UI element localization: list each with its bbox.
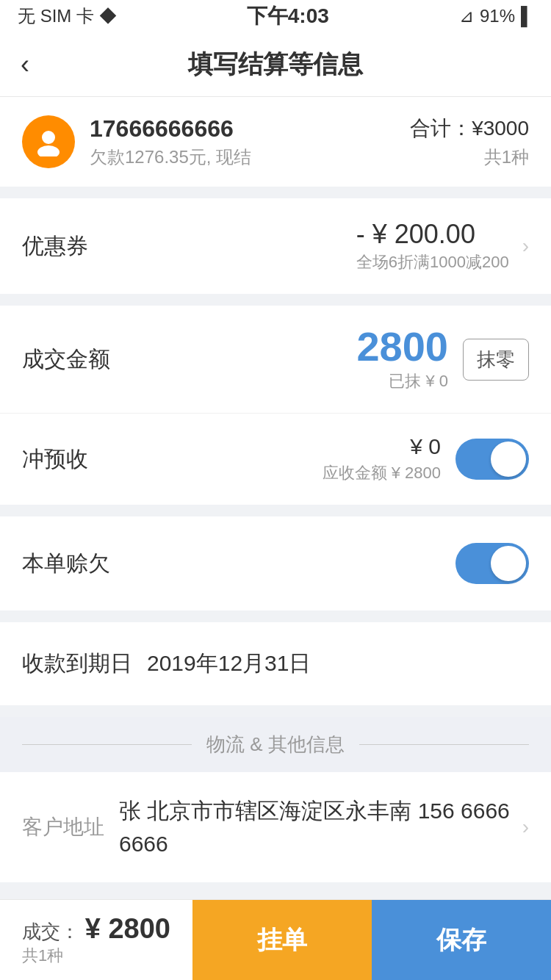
debt-row: 本单赊欠	[0, 516, 551, 610]
header-line-left	[22, 744, 192, 745]
duedate-row: 收款到期日 2019年12月31日	[0, 622, 551, 705]
coupon-row[interactable]: 优惠券 - ¥ 200.00 全场6折满1000减200 ›	[0, 198, 551, 294]
nav-bar: ‹ 填写结算等信息	[0, 32, 551, 97]
debt-toggle[interactable]	[455, 543, 529, 584]
bottom-count: 共1种	[22, 945, 170, 967]
deal-amount: 2800	[356, 326, 448, 367]
pending-order-button[interactable]: 挂单	[192, 900, 372, 981]
prepay-label: 冲预收	[22, 444, 88, 475]
svg-point-0	[42, 131, 55, 144]
prepay-amount: ¥ 0	[323, 434, 441, 459]
total-count: 共1种	[410, 145, 529, 169]
logistics-header-text: 物流 & 其他信息	[206, 732, 345, 757]
status-left: 无 SIM 卡 ◆	[18, 4, 117, 28]
prepay-receivable: 应收金额 ¥ 2800	[323, 462, 441, 484]
battery-bar: ▌	[521, 6, 533, 26]
bottom-deal-amount: ¥ 2800	[85, 913, 170, 944]
address-chevron-icon: ›	[522, 815, 529, 839]
svg-point-1	[37, 145, 60, 156]
customer-left: 17666666666 欠款1276.35元, 现结	[22, 115, 251, 169]
address-label: 客户地址	[22, 813, 104, 841]
content: 17666666666 欠款1276.35元, 现结 合计：¥3000 共1种 …	[0, 97, 551, 980]
address-row[interactable]: 客户地址 张 北京市市辖区海淀区永丰南 156 6666 6666 ›	[0, 772, 551, 882]
duedate-label: 收款到期日	[22, 649, 132, 679]
save-button[interactable]: 保存	[372, 900, 551, 981]
coupon-right: - ¥ 200.00 全场6折满1000减200 ›	[356, 219, 529, 273]
logistics-section-header: 物流 & 其他信息	[0, 717, 551, 772]
duedate-value: 2019年12月31日	[147, 649, 311, 679]
page-title: 填写结算等信息	[188, 48, 363, 82]
debt-toggle-knob	[491, 546, 526, 581]
deal-amount-row: 成交金额 2800 已抹 ¥ 0 抹零	[0, 306, 551, 413]
address-value: 张 北京市市辖区海淀区永丰南 156 6666 6666	[119, 794, 516, 860]
status-time: 下午4:03	[247, 2, 329, 30]
debt-label: 本单赊欠	[22, 549, 110, 579]
customer-details: 17666666666 欠款1276.35元, 现结	[90, 115, 251, 169]
toggle-knob	[491, 442, 526, 477]
status-right: ⊿ 91% ▌	[459, 6, 533, 26]
prepay-right: ¥ 0 应收金额 ¥ 2800	[323, 434, 529, 484]
total-amount: 合计：¥3000	[410, 115, 529, 143]
customer-phone: 17666666666	[90, 115, 251, 143]
back-button[interactable]: ‹	[21, 49, 29, 80]
bottom-summary: 成交： ¥ 2800 共1种	[0, 913, 192, 967]
coupon-label: 优惠券	[22, 231, 88, 262]
battery-icon: ⊿	[459, 6, 474, 26]
chevron-right-icon: ›	[522, 234, 529, 258]
deal-amount-label: 成交金额	[22, 345, 110, 375]
deal-right: 2800 已抹 ¥ 0 抹零	[356, 326, 529, 392]
prepay-toggle[interactable]	[455, 439, 529, 480]
deal-wiped: 已抹 ¥ 0	[356, 370, 448, 392]
deal-amount-wrap: 2800 已抹 ¥ 0	[356, 326, 448, 392]
wipe-zero-button[interactable]: 抹零	[463, 339, 529, 381]
prepay-row: 冲预收 ¥ 0 应收金额 ¥ 2800	[0, 413, 551, 505]
deal-section: 成交金额 2800 已抹 ¥ 0 抹零 冲预收 ¥ 0 应收金额 ¥ 2800	[0, 306, 551, 505]
avatar	[22, 115, 75, 168]
header-line-right	[359, 744, 529, 745]
customer-info-row: 17666666666 欠款1276.35元, 现结 合计：¥3000 共1种	[0, 97, 551, 187]
sim-status: 无 SIM 卡 ◆	[18, 4, 117, 28]
bottom-bar: 成交： ¥ 2800 共1种 挂单 保存	[0, 899, 551, 980]
status-bar: 无 SIM 卡 ◆ 下午4:03 ⊿ 91% ▌	[0, 0, 551, 32]
coupon-detail: 全场6折满1000减200	[356, 251, 509, 273]
prepay-amount-wrap: ¥ 0 应收金额 ¥ 2800	[323, 434, 441, 484]
bottom-deal-label: 成交：	[22, 920, 79, 943]
customer-total: 合计：¥3000 共1种	[410, 115, 529, 169]
coupon-discount: - ¥ 200.00	[356, 219, 509, 250]
battery-level: 91%	[480, 6, 515, 26]
customer-debt: 欠款1276.35元, 现结	[90, 145, 251, 169]
